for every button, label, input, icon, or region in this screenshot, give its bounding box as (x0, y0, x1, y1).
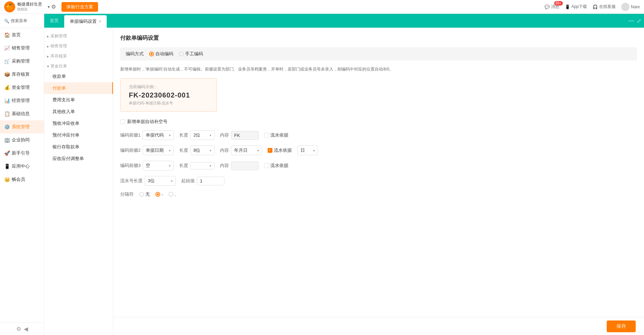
sidebar-label-system: 系统管理 (12, 124, 30, 130)
save-button[interactable]: 保存 (607, 320, 636, 332)
sidebar-item-basic[interactable]: 📋 基础信息 (0, 107, 44, 120)
sub-nav-group-purchase[interactable]: 采购管理 (44, 30, 113, 40)
prefix1-arrow: ▾ (169, 133, 171, 137)
length1-select[interactable]: 2位 ▾ (190, 130, 214, 140)
waterflow3-checkbox[interactable]: 流水依据 (264, 162, 288, 169)
industry-btn[interactable]: 体验行业方案 (61, 2, 98, 12)
tab-encoding-settings[interactable]: 单据编码设置 × (64, 15, 107, 28)
sidebar-item-member[interactable]: 👑 畅会员 (0, 173, 44, 186)
online-service-btn[interactable]: 🎧 在线客服 (593, 4, 616, 10)
sep-dash-option[interactable]: - (155, 192, 163, 197)
length1-label: 长度 (179, 132, 188, 138)
sidebar-label-basic: 基础信息 (12, 111, 30, 117)
sub-nav-group-sales[interactable]: 销售管理 (44, 40, 113, 50)
preview-label: 当前编码示例： (129, 84, 208, 90)
radio-manual[interactable]: 手工编码 (179, 51, 203, 57)
sidebar-item-apps[interactable]: 📱 应用中心 (0, 160, 44, 173)
encoding-label: 编码方式 (126, 51, 144, 57)
app-download-btn[interactable]: 📱 App下载 (565, 4, 587, 10)
sub-nav-group-inventory[interactable]: 库存核算 (44, 50, 113, 61)
serial-length-select[interactable]: 3位 ▾ (145, 176, 176, 186)
tab-home[interactable]: 首页 (44, 14, 64, 28)
preview-sub: 单据代码-单据日期-流水号 (129, 101, 208, 106)
content2-label: 内容 (220, 147, 229, 153)
sidebar-label-sales: 销售管理 (12, 45, 30, 51)
prefix1-row: 编码前缀1 单据代码 ▾ 长度 2位 ▾ (120, 130, 637, 140)
sub-nav-item-prepay-recv[interactable]: 预收冲应收单 (44, 118, 113, 129)
content1-input[interactable] (231, 131, 259, 140)
sub-nav-item-ar-ap-adjust[interactable]: 应收应付调整单 (44, 153, 113, 165)
sub-nav: 采购管理 销售管理 库存核算 资金往来 收款单 付款单 费用支出 (44, 28, 113, 335)
user-name: Nare (631, 4, 640, 9)
sub-nav-label-prepay-pay: 预付冲应付单 (52, 132, 79, 138)
search-icon: 🔍 (4, 19, 9, 24)
length2-arrow: ▾ (210, 149, 211, 152)
brand-name: 畅捷通好生意 (17, 2, 42, 7)
sidebar-item-system[interactable]: ⚙️ 系统管理 (0, 120, 44, 133)
waterflow1-checkbox[interactable]: 流水依据 (264, 132, 288, 138)
sub-nav-item-receipt[interactable]: 收款单 (44, 71, 113, 82)
content1-field: 内容 (220, 131, 259, 140)
start-value-field: 起始值 (181, 177, 224, 185)
sub-nav-label-bank: 银行存取款单 (52, 144, 79, 150)
start-value-input[interactable] (197, 177, 224, 185)
tab-minimize-btn[interactable]: — (628, 18, 634, 24)
sep-dash-dot (155, 192, 160, 197)
sidebar-item-purchase[interactable]: 🛒 采购管理 (0, 55, 44, 68)
radio-auto-dot (149, 52, 154, 56)
prefix2-arrow: ▾ (169, 149, 171, 152)
waterflow2-checkbox[interactable]: 流水依据 (268, 147, 292, 153)
content-area: 首页 单据编码设置 × — ⤢ 采购管理 销售管理 库存 (44, 14, 644, 335)
tab-active-label: 单据编码设置 (70, 18, 97, 25)
length2-select[interactable]: 8位 ▾ (190, 146, 214, 155)
sub-nav-label-payment: 付款单 (52, 85, 66, 91)
sidebar-item-inventory[interactable]: 📦 库存核算 (0, 68, 44, 81)
prefix2-select[interactable]: 单据日期 ▾ (143, 146, 174, 155)
radio-auto[interactable]: 自动编码 (149, 51, 173, 57)
content3-input[interactable] (231, 161, 259, 170)
sub-nav-item-payment[interactable]: 付款单 (44, 82, 113, 94)
sub-nav-group-capital[interactable]: 资金往来 (44, 61, 113, 71)
sidebar-item-enterprise[interactable]: 🏢 企业协同 (0, 133, 44, 147)
tab-close-btn[interactable]: × (99, 19, 101, 24)
tab-bar: 首页 单据编码设置 × — ⤢ (44, 14, 644, 28)
start-value-label: 起始值 (181, 178, 195, 184)
sub-nav-item-prepay-pay[interactable]: 预付冲应付单 (44, 129, 113, 141)
waterflow2-period-select[interactable]: 日 ▾ (297, 146, 318, 155)
sidebar-label-inventory: 库存核算 (12, 71, 30, 77)
nav-dropdown[interactable]: ▾ ⚙ (45, 2, 59, 11)
sidebar-item-sales[interactable]: 📈 销售管理 (0, 41, 44, 55)
purchase-icon: 🛒 (4, 58, 10, 64)
radio-manual-dot (179, 52, 184, 56)
search-menu-btn[interactable]: 🔍 搜索菜单 (3, 17, 41, 25)
sidebar-label-finance: 资金管理 (12, 84, 30, 91)
user-info[interactable]: Nare (621, 3, 640, 11)
online-service-label: 在线客服 (599, 4, 616, 10)
prefix3-select[interactable]: 空 ▾ (143, 161, 174, 170)
collapse-icon[interactable]: ◀ (24, 326, 28, 332)
sidebar-item-guide[interactable]: 🚀 新手引导 (0, 147, 44, 160)
sub-nav-item-bank[interactable]: 银行存取款单 (44, 141, 113, 153)
basic-icon: 📋 (4, 111, 10, 117)
prefix3-row: 编码前缀3 空 ▾ 长度 ▾ (120, 161, 637, 170)
app-icon: 📱 (565, 4, 570, 9)
serial-length-value: 3位 (148, 178, 155, 184)
sidebar-bottom: ⚙ ◀ (0, 323, 44, 335)
tab-expand-btn[interactable]: ⤢ (637, 18, 641, 24)
sub-nav-item-other-income[interactable]: 其他收入单 (44, 106, 113, 118)
radio-manual-label: 手工编码 (185, 51, 203, 57)
prefix1-select[interactable]: 单据代码 ▾ (143, 130, 174, 140)
content2-select[interactable]: 年月日 ▾ (231, 146, 262, 155)
sidebar-item-finance[interactable]: 💰 资金管理 (0, 81, 44, 94)
settings-icon[interactable]: ⚙ (16, 326, 21, 332)
auto-fill-checkbox[interactable] (120, 119, 125, 124)
gear-icon[interactable]: ⚙ (51, 3, 56, 10)
sep-none-option[interactable]: 无 (139, 191, 150, 197)
sidebar-item-home[interactable]: 🏠 首页 (0, 28, 44, 41)
top-bar-left: 🍊 畅捷通好生意 旗舰版 ▾ ⚙ 体验行业方案 (4, 1, 98, 12)
sub-nav-item-expense[interactable]: 费用支出单 (44, 94, 113, 106)
sidebar-item-operations[interactable]: 📊 经营管理 (0, 94, 44, 107)
length3-select[interactable]: ▾ (190, 162, 214, 169)
sep-dot-option[interactable]: . (169, 192, 176, 197)
message-btn[interactable]: 💬 消息 99+ (545, 4, 559, 10)
